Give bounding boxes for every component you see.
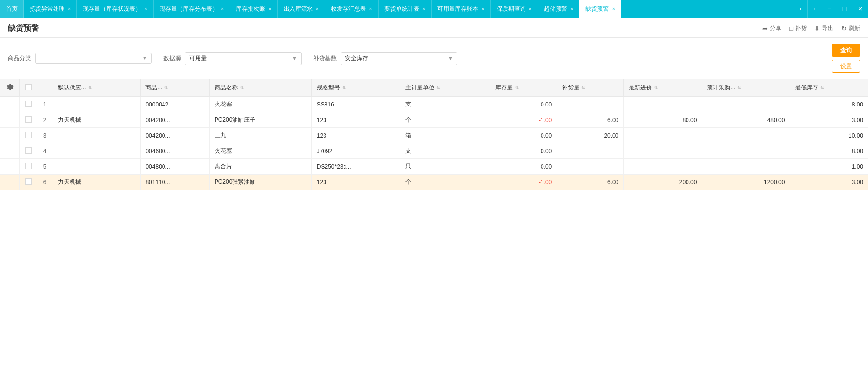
th-default-supplier[interactable]: 默认供应... ⇅ xyxy=(53,79,141,97)
th-settings[interactable] xyxy=(0,79,19,97)
tab-close-order-stats[interactable]: × xyxy=(422,6,425,12)
row-supplier-3 xyxy=(53,143,141,159)
row-checkbox-5[interactable] xyxy=(25,178,32,185)
th-checkbox[interactable] xyxy=(19,79,37,97)
row-latest-price-1: 80.00 xyxy=(624,112,702,128)
tab-item-in-out-flow[interactable]: 出入库流水× xyxy=(278,0,325,18)
tab-item-available-ledger[interactable]: 可用量库存账本× xyxy=(432,0,490,18)
row-checkbox-0[interactable] xyxy=(25,101,32,107)
settings-button[interactable]: 设置 xyxy=(832,60,860,73)
sort-stock-icon: ⇅ xyxy=(515,85,519,90)
row-checkbox-3[interactable] xyxy=(25,147,32,154)
row-estimated-purchase-0 xyxy=(702,97,790,112)
tab-close-batch-account[interactable]: × xyxy=(268,6,271,12)
tab-label-shortage-warning: 缺货预警 xyxy=(585,5,609,13)
th-unit[interactable]: 主计量单位 ⇅ xyxy=(400,79,490,97)
row-min-stock-5: 3.00 xyxy=(790,175,868,190)
share-btn[interactable]: ➦ 分享 xyxy=(762,24,781,33)
share-icon: ➦ xyxy=(762,25,768,32)
query-button[interactable]: 查询 xyxy=(832,44,860,57)
gear-icon[interactable] xyxy=(6,83,14,91)
tab-prev-btn[interactable]: ‹ xyxy=(794,0,808,18)
th-stock[interactable]: 库存量 ⇅ xyxy=(490,79,557,97)
row-checkbox-cell-4[interactable] xyxy=(19,159,37,175)
th-product-name[interactable]: 商品名称 ⇅ xyxy=(209,79,311,97)
row-stock-5: -1.00 xyxy=(490,175,557,190)
row-replenish-qty-3 xyxy=(557,143,624,159)
tab-close-available-ledger[interactable]: × xyxy=(481,6,484,12)
tab-close-inventory-dist[interactable]: × xyxy=(221,6,224,12)
tab-item-expiry-query[interactable]: 保质期查询× xyxy=(491,0,538,18)
row-checkbox-2[interactable] xyxy=(25,132,32,138)
window-minimize-btn[interactable]: − xyxy=(821,5,837,13)
row-product-name-2: 三九 xyxy=(209,128,311,143)
page-header: 缺货预警 ➦ 分享 □ 补货 ⇓ 导出 ↻ 刷新 xyxy=(0,18,868,38)
main-content: 缺货预警 ➦ 分享 □ 补货 ⇓ 导出 ↻ 刷新 商品分类 xyxy=(0,18,868,387)
refresh-btn[interactable]: ↻ 刷新 xyxy=(841,24,860,33)
row-spec-0: SS816 xyxy=(311,97,400,112)
th-min-stock[interactable]: 最低库存 ⇅ xyxy=(790,79,868,97)
tab-close-overstock-warning[interactable]: × xyxy=(570,6,573,12)
header-checkbox[interactable] xyxy=(25,84,32,90)
row-checkbox-4[interactable] xyxy=(25,163,32,169)
row-product-name-4: 离合片 xyxy=(209,159,311,175)
tab-item-defect-abnormal[interactable]: 拣货异常处理× xyxy=(24,0,77,18)
tab-next-btn[interactable]: › xyxy=(808,0,821,18)
table-row: 6力天机械801110...PC200张紧油缸123个-1.006.00200.… xyxy=(0,175,868,190)
replenish-btn[interactable]: □ 补货 xyxy=(789,24,807,33)
row-checkbox-cell-0[interactable] xyxy=(19,97,37,112)
datasource-value: 可用量 xyxy=(189,54,207,63)
window-close-btn[interactable]: × xyxy=(852,5,868,13)
tab-item-receipt-summary[interactable]: 收发存汇总表× xyxy=(325,0,378,18)
tab-label-in-out-flow: 出入库流水 xyxy=(284,5,313,13)
th-replenish-qty[interactable]: 补货量 ⇅ xyxy=(557,79,624,97)
row-checkbox-1[interactable] xyxy=(25,116,32,123)
row-checkbox-cell-3[interactable] xyxy=(19,143,37,159)
row-checkbox-cell-5[interactable] xyxy=(19,175,37,190)
row-product-code-1: 004200... xyxy=(141,112,209,128)
datasource-label: 数据源 xyxy=(163,54,181,63)
tab-item-shortage-warning[interactable]: 缺货预警× xyxy=(579,0,621,18)
tab-item-batch-account[interactable]: 库存批次账× xyxy=(230,0,277,18)
sort-code-icon: ⇅ xyxy=(164,85,168,90)
row-stock-3: 0.00 xyxy=(490,143,557,159)
tab-close-defect-abnormal[interactable]: × xyxy=(68,6,71,12)
row-number-2: 3 xyxy=(37,128,53,143)
th-spec[interactable]: 规格型号 ⇅ xyxy=(311,79,400,97)
row-number-5: 6 xyxy=(37,175,53,190)
row-latest-price-3 xyxy=(624,143,702,159)
th-estimated-purchase[interactable]: 预计采购... ⇅ xyxy=(702,79,790,97)
row-unit-2: 箱 xyxy=(400,128,490,143)
category-label: 商品分类 xyxy=(8,54,31,63)
tab-label-available-ledger: 可用量库存账本 xyxy=(437,5,478,13)
tab-item-inventory-status[interactable]: 现存量（库存状况表）× xyxy=(77,0,153,18)
th-product-code[interactable]: 商品... ⇅ xyxy=(141,79,209,97)
row-checkbox-cell-2[interactable] xyxy=(19,128,37,143)
row-latest-price-2 xyxy=(624,128,702,143)
row-number-1: 2 xyxy=(37,112,53,128)
row-spec-3: J7092 xyxy=(311,143,400,159)
tab-bar: 首页拣货异常处理×现存量（库存状况表）×现存量（库存分布表）×库存批次账×出入库… xyxy=(0,0,868,18)
tab-close-in-out-flow[interactable]: × xyxy=(316,6,319,12)
row-product-code-3: 004600... xyxy=(141,143,209,159)
export-btn[interactable]: ⇓ 导出 xyxy=(814,24,833,33)
window-maximize-btn[interactable]: □ xyxy=(837,5,852,13)
replenish-base-select[interactable]: 安全库存 ▼ xyxy=(341,52,457,65)
tab-item-home[interactable]: 首页 xyxy=(0,0,24,18)
row-product-name-3: 火花塞 xyxy=(209,143,311,159)
th-latest-price[interactable]: 最新进价 ⇅ xyxy=(624,79,702,97)
tab-close-inventory-status[interactable]: × xyxy=(144,6,147,12)
tab-item-order-stats[interactable]: 要货单统计表× xyxy=(379,0,432,18)
datasource-select[interactable]: 可用量 ▼ xyxy=(185,52,302,65)
row-checkbox-cell-1[interactable] xyxy=(19,112,37,128)
tab-close-shortage-warning[interactable]: × xyxy=(612,6,615,12)
tab-close-receipt-summary[interactable]: × xyxy=(369,6,372,12)
row-number-0: 1 xyxy=(37,97,53,112)
tab-item-overstock-warning[interactable]: 超储预警× xyxy=(538,0,579,18)
row-unit-0: 支 xyxy=(400,97,490,112)
tab-item-inventory-dist[interactable]: 现存量（库存分布表）× xyxy=(154,0,230,18)
tab-label-batch-account: 库存批次账 xyxy=(236,5,265,13)
table-row: 10000042火花塞SS816支0.008.00 xyxy=(0,97,868,112)
tab-close-expiry-query[interactable]: × xyxy=(529,6,532,12)
category-select[interactable]: ▼ xyxy=(35,53,152,64)
